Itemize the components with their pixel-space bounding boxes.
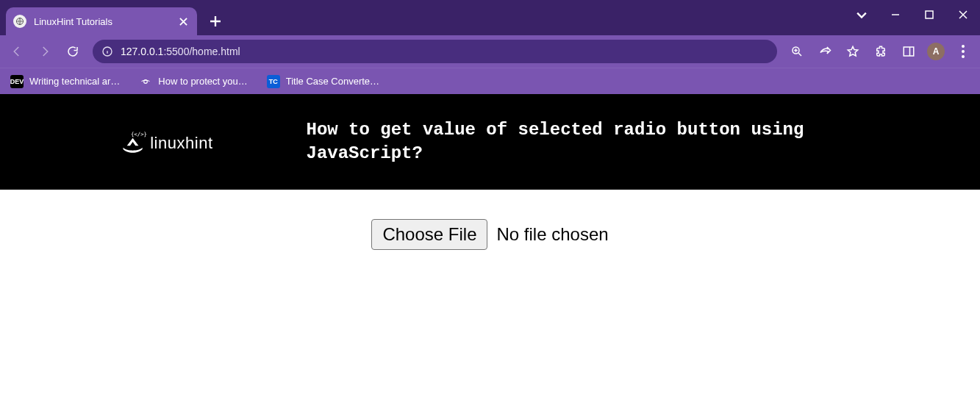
- new-tab-button[interactable]: [204, 10, 226, 32]
- bookmark-item[interactable]: How to protect you…: [135, 72, 251, 91]
- choose-file-button[interactable]: Choose File: [371, 219, 487, 250]
- bookmark-star-icon[interactable]: [840, 39, 865, 64]
- globe-icon: [13, 15, 26, 28]
- svg-text:linuxhint: linuxhint: [150, 134, 212, 152]
- close-window-button[interactable]: [946, 0, 980, 29]
- back-button[interactable]: [4, 39, 29, 64]
- svg-rect-4: [904, 47, 914, 56]
- bookmark-favicon: TC: [267, 75, 280, 88]
- window-controls: [845, 0, 980, 29]
- bookmark-favicon: [139, 75, 152, 88]
- file-input-status: No file chosen: [496, 224, 608, 245]
- bookmark-label: Title Case Converte…: [286, 76, 379, 87]
- kebab-menu-icon[interactable]: [951, 39, 976, 64]
- url-path: :5500/home.html: [163, 46, 240, 57]
- browser-titlebar: LinuxHint Tutorials: [0, 0, 980, 35]
- bookmark-label: How to protect you…: [158, 76, 247, 87]
- browser-toolbar: 127.0.0.1:5500/home.html A: [0, 35, 980, 68]
- page-banner: {</>} linuxhint How to get value of sele…: [0, 94, 980, 190]
- bookmark-favicon: DEV: [10, 75, 24, 88]
- minimize-button[interactable]: [879, 0, 912, 29]
- url-host: 127.0.0.1: [121, 46, 163, 57]
- side-panel-icon[interactable]: [896, 39, 921, 64]
- logo-text: linuxhint: [150, 134, 212, 152]
- extensions-icon[interactable]: [868, 39, 893, 64]
- share-icon[interactable]: [812, 39, 837, 64]
- forward-button[interactable]: [32, 39, 57, 64]
- avatar-initial: A: [933, 46, 940, 57]
- linuxhint-logo: {</>} linuxhint: [115, 115, 277, 168]
- info-icon[interactable]: [101, 46, 113, 57]
- svg-point-6: [962, 50, 965, 53]
- svg-point-7: [962, 55, 965, 58]
- file-input-row: Choose File No file chosen: [371, 219, 608, 250]
- bookmark-item[interactable]: TC Title Case Converte…: [262, 72, 384, 91]
- url-text: 127.0.0.1:5500/home.html: [121, 46, 240, 57]
- close-icon[interactable]: [178, 16, 188, 26]
- maximize-button[interactable]: [912, 0, 946, 29]
- tab-title: LinuxHint Tutorials: [34, 16, 171, 27]
- profile-avatar[interactable]: A: [927, 43, 945, 60]
- page-title: How to get value of selected radio butto…: [307, 118, 865, 166]
- bookmark-item[interactable]: DEV Writing technical ar…: [6, 72, 124, 91]
- svg-text:{</>}: {</>}: [130, 131, 146, 137]
- zoom-icon[interactable]: [784, 39, 809, 64]
- bookmark-label: Writing technical ar…: [29, 76, 120, 87]
- svg-rect-1: [926, 11, 933, 18]
- svg-point-5: [962, 45, 965, 48]
- browser-tab-active[interactable]: LinuxHint Tutorials: [6, 7, 197, 35]
- reload-button[interactable]: [60, 39, 85, 64]
- chevron-down-icon[interactable]: [845, 0, 879, 29]
- page-content: Choose File No file chosen: [0, 190, 980, 250]
- address-bar[interactable]: 127.0.0.1:5500/home.html: [93, 40, 777, 63]
- bookmarks-bar: DEV Writing technical ar… How to protect…: [0, 68, 980, 94]
